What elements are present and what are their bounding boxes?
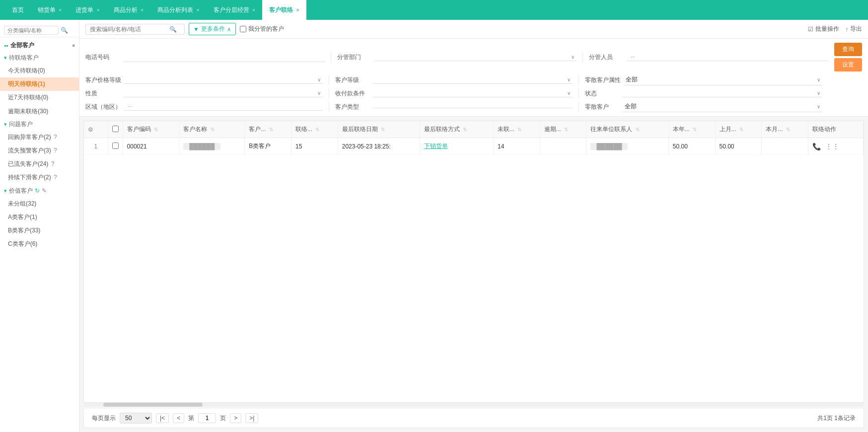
row-action-grid-icon[interactable]: ⋮⋮ (825, 143, 839, 150)
sidebar-pending-group[interactable]: 待联络客户 (0, 52, 79, 64)
nav-close-contact[interactable]: × (296, 7, 299, 13)
region-label: 区域（地区） (85, 103, 121, 111)
main-search-icon[interactable]: 🔍 (169, 26, 177, 33)
sidebar-item-class-b[interactable]: B类客户(33) (0, 224, 79, 237)
help-icon-2: ? (54, 147, 57, 154)
nav-customer-tier[interactable]: 客户分层经营 × (207, 0, 262, 20)
nav-close-tier[interactable]: × (252, 7, 255, 13)
nav-home[interactable]: 首页 (5, 0, 31, 20)
sidebar-item-class-a[interactable]: A类客户(1) (0, 211, 79, 224)
select-all-checkbox[interactable] (112, 126, 119, 132)
th-uncontacted[interactable]: 未联... ⇅ (493, 121, 540, 138)
row-action-call-icon[interactable]: 📞 (812, 143, 821, 150)
scrollbar-thumb[interactable] (103, 403, 203, 407)
filter-phone: 电话号码 (85, 53, 325, 62)
th-last-method[interactable]: 最后联络方式 ⇅ (420, 121, 493, 138)
first-page-button[interactable]: |< (156, 413, 169, 423)
nav-close-analysis-list[interactable]: × (196, 7, 199, 13)
sort-contact-count: ⇅ (315, 127, 319, 132)
filter-divider-8 (579, 102, 579, 112)
page-size-select[interactable]: 50 100 (120, 413, 152, 424)
nav-purchase-order[interactable]: 进货单 × (69, 0, 106, 20)
filter-price-grade: 客户价格等级 ∨ (85, 76, 323, 84)
th-type[interactable]: 客户... ⇅ (245, 121, 291, 138)
customer-type-select[interactable] (373, 106, 573, 108)
sidebar-search-icon[interactable]: 🔍 (61, 27, 68, 34)
row-action[interactable]: 📞 ⋮⋮ (808, 138, 863, 155)
th-contact-person[interactable]: 往来单位联系人 ⇅ (586, 121, 668, 138)
customer-type-label: 客户类型 (335, 103, 370, 111)
th-current-month[interactable]: 本月... ⇅ (762, 121, 808, 138)
sidebar-problem-group[interactable]: 问题客户 (0, 118, 79, 131)
th-overdue[interactable]: 逾期... ⇅ (540, 121, 586, 138)
retail-customer-select[interactable]: 全部 ∨ (623, 101, 822, 112)
help-icon-1: ? (54, 134, 57, 141)
export-button[interactable]: 导出 (845, 25, 862, 33)
my-customers-checkbox-container[interactable]: 我分管的客户 (240, 25, 284, 33)
price-grade-select[interactable]: ∨ (124, 76, 323, 84)
sort-current-month: ⇅ (786, 127, 790, 132)
page-number-input[interactable] (198, 413, 216, 423)
batch-operation-button[interactable]: 批量操作 (808, 25, 839, 33)
toolbar-right: 批量操作 导出 (808, 25, 862, 33)
row-checkbox[interactable] (108, 138, 123, 155)
sidebar-item-churned[interactable]: 已流失客户(24) ? (0, 157, 79, 171)
th-last-date[interactable]: 最后联络日期 ⇅ (338, 121, 420, 138)
customer-grade-label: 客户等级 (335, 76, 370, 84)
gender-select[interactable]: ∨ (123, 89, 323, 97)
value-edit-icon[interactable]: ✎ (42, 187, 47, 194)
nav-customer-contact[interactable]: 客户联络 × (262, 0, 306, 20)
retail-attr-select[interactable]: 全部 ∨ (624, 74, 822, 85)
sidebar-item-tomorrow[interactable]: 明天待联络(1) (0, 77, 79, 91)
status-select[interactable]: ∨ (623, 89, 822, 97)
nav-product-analysis-list[interactable]: 商品分析列表 × (150, 0, 206, 20)
sidebar-item-class-c[interactable]: C类客户(6) (0, 237, 79, 251)
dept-select[interactable]: ∨ (375, 53, 577, 61)
scrollbar-track[interactable] (83, 403, 864, 407)
sidebar-value-group[interactable]: 价值客户 ↻ ✎ (0, 185, 79, 197)
phone-input[interactable] (123, 53, 325, 62)
content-area: 🔍 ▼ 更多条件 ∧ 我分管的客户 批量操作 导出 (79, 20, 868, 432)
my-customers-checkbox[interactable] (240, 26, 246, 32)
sidebar-item-7days[interactable]: 近7天待联络(0) (0, 91, 79, 104)
th-code[interactable]: 客户编码 ⇅ (123, 121, 179, 138)
next-page-button[interactable]: > (230, 413, 241, 423)
sidebar-item-repurchase-abnormal[interactable]: 回购异常客户(2) ? (0, 131, 79, 144)
sidebar-item-ungrouped[interactable]: 未分组(32) (0, 197, 79, 211)
filter-status: 状态 ∨ (585, 89, 822, 98)
th-name[interactable]: 客户名称 ⇅ (179, 121, 245, 138)
help-icon-4: ? (54, 174, 57, 181)
nav-sales-order[interactable]: 销货单 × (31, 0, 69, 20)
nav-product-analysis[interactable]: 商品分析 × (107, 0, 150, 20)
payment-select[interactable]: ∨ (373, 89, 573, 97)
nav-close-purchase[interactable]: × (96, 7, 99, 13)
query-button[interactable]: 查询 (834, 43, 862, 56)
filter-divider-1 (331, 52, 331, 62)
sidebar-item-declining[interactable]: 持续下滑客户(2) ? (0, 171, 79, 184)
sidebar-item-today[interactable]: 今天待联络(0) (0, 64, 79, 77)
sidebar-search-input[interactable] (4, 26, 59, 35)
filter-dept: 分管部门 ∨ (337, 53, 577, 62)
more-filter-button[interactable]: ▼ 更多条件 ∧ (189, 23, 236, 35)
th-last-month[interactable]: 上月... ⇅ (715, 121, 762, 138)
region-select[interactable]: ··· (124, 103, 323, 111)
person-select[interactable]: ··· (627, 53, 828, 61)
row-select-checkbox[interactable] (112, 143, 119, 149)
nav-close-analysis[interactable]: × (141, 7, 144, 13)
nav-close-sales[interactable]: × (59, 7, 62, 13)
row-last-method[interactable]: 下销货单 (420, 138, 493, 155)
sidebar-all-customers[interactable]: ▪▪ 全部客户 « (0, 39, 79, 52)
last-page-button[interactable]: >| (245, 413, 258, 423)
gear-icon[interactable]: ⚙ (88, 126, 93, 133)
dept-label: 分管部门 (337, 53, 372, 62)
th-contact-count[interactable]: 联络... ⇅ (291, 121, 338, 138)
th-current-year[interactable]: 本年... ⇅ (668, 121, 715, 138)
customer-grade-select[interactable]: ∨ (373, 76, 573, 84)
settings-button[interactable]: 设置 (834, 58, 862, 72)
sidebar-item-overdue[interactable]: 逾期未联络(30) (0, 105, 79, 118)
sidebar-item-churn-warning[interactable]: 流失预警客户(3) ? (0, 144, 79, 157)
last-method-link[interactable]: 下销货单 (424, 143, 448, 149)
value-refresh-icon[interactable]: ↻ (35, 187, 40, 194)
main-search-input[interactable] (90, 26, 169, 33)
prev-page-button[interactable]: < (173, 413, 184, 423)
